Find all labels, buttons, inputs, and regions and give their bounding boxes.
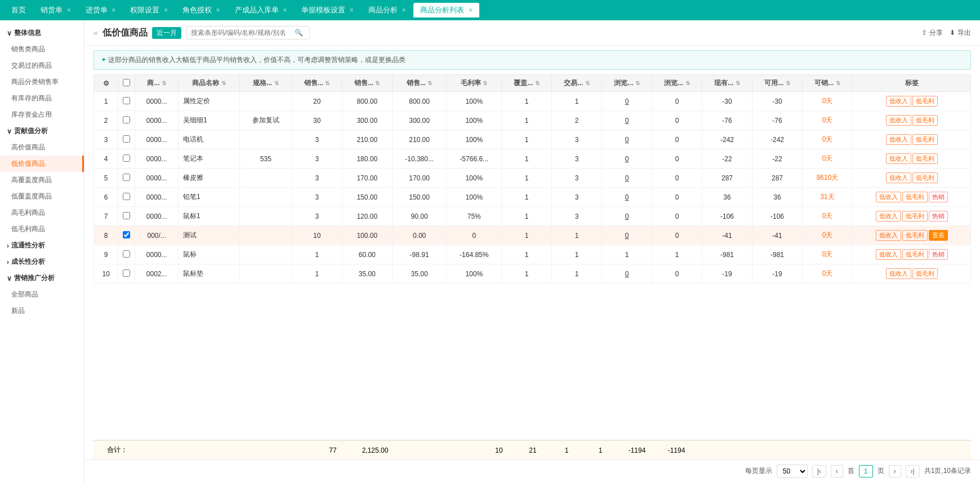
per-page-select[interactable]: 50 100 200: [777, 465, 808, 478]
cell-browse1[interactable]: 1: [602, 245, 652, 264]
col-spec[interactable]: 规格... ⇅: [239, 75, 292, 92]
col-available[interactable]: 可用... ⇅: [752, 75, 803, 92]
cell-browse1[interactable]: 0: [602, 207, 652, 226]
cell-checkbox[interactable]: [118, 130, 135, 149]
cell-checkbox[interactable]: [118, 264, 135, 284]
cell-checkbox[interactable]: [118, 245, 135, 264]
row-checkbox[interactable]: [123, 97, 130, 104]
col-checkbox[interactable]: [118, 75, 135, 92]
tag: 热销: [929, 192, 948, 202]
row-checkbox[interactable]: [123, 212, 130, 219]
current-page[interactable]: 1: [859, 465, 873, 477]
cell-checkbox[interactable]: [118, 226, 135, 245]
cell-browse1[interactable]: 0: [602, 169, 652, 188]
browse1-val[interactable]: 0: [625, 213, 629, 220]
row-checkbox[interactable]: [123, 231, 130, 238]
row-checkbox[interactable]: [123, 135, 130, 143]
cell-checkbox[interactable]: [118, 188, 135, 207]
date-badge[interactable]: 近一月: [152, 27, 181, 39]
sidebar-group-overall[interactable]: ∨整体信息: [0, 25, 84, 41]
row-checkbox[interactable]: [123, 116, 130, 123]
cell-browse1[interactable]: 0: [602, 149, 652, 169]
cell-browse1[interactable]: 0: [602, 264, 652, 284]
nav-analysis[interactable]: 商品分析 ×: [362, 3, 413, 17]
cell-browse1[interactable]: 0: [602, 92, 652, 111]
row-checkbox[interactable]: [123, 193, 130, 200]
row-checkbox[interactable]: [123, 250, 130, 258]
cell-checkbox[interactable]: [118, 149, 135, 169]
browse1-val[interactable]: 0: [625, 136, 629, 144]
col-tags[interactable]: 标签: [853, 75, 971, 92]
sidebar-item-capital[interactable]: 库存资金占用: [0, 107, 84, 123]
sidebar-item-new[interactable]: 新品: [0, 303, 84, 319]
browse1-val[interactable]: 0: [625, 174, 629, 182]
search-box[interactable]: 🔍: [186, 26, 310, 39]
sidebar-group-marketing[interactable]: ∨营销推广分析: [0, 270, 84, 286]
sidebar-item-inventory[interactable]: 有库存的商品: [0, 90, 84, 107]
search-input[interactable]: [191, 29, 292, 37]
cell-browse1[interactable]: 0: [602, 188, 652, 207]
cell-checkbox[interactable]: [118, 92, 135, 111]
browse1-val[interactable]: 0: [625, 117, 629, 125]
row-checkbox[interactable]: [123, 174, 130, 181]
col-coverage[interactable]: 覆盖... ⇅: [502, 75, 552, 92]
browse1-val[interactable]: 0: [625, 193, 629, 201]
browse1-val[interactable]: 0: [625, 232, 629, 240]
sidebar-item-high-margin[interactable]: 高毛利商品: [0, 205, 84, 221]
cell-browse1[interactable]: 0: [602, 111, 652, 130]
cell-checkbox[interactable]: [118, 169, 135, 188]
col-trade[interactable]: 交易... ⇅: [552, 75, 602, 92]
nav-permissions[interactable]: 权限设置 ×: [123, 3, 175, 17]
next-page-btn[interactable]: ›: [889, 465, 901, 477]
sidebar-item-high-coverage[interactable]: 高覆盖度商品: [0, 172, 84, 188]
browse1-val[interactable]: 0: [625, 270, 629, 278]
sidebar-item-category-rate[interactable]: 商品分类销售率: [0, 74, 84, 90]
sidebar-item-sales-products[interactable]: 销售类商品: [0, 41, 84, 58]
row-checkbox[interactable]: [123, 269, 130, 277]
col-saleable[interactable]: 可销... ⇅: [803, 75, 853, 92]
cell-browse1[interactable]: 0: [602, 130, 652, 149]
nav-analysis-list[interactable]: 商品分析列表 ×: [413, 3, 479, 17]
first-page-btn[interactable]: |‹: [812, 465, 826, 477]
export-button[interactable]: ⬇ 导出: [950, 28, 971, 38]
collapse-btn[interactable]: «: [93, 28, 98, 37]
cell-browse1[interactable]: 0: [602, 226, 652, 245]
col-settings[interactable]: ⚙: [94, 75, 118, 92]
col-name[interactable]: 商品名称 ⇅: [178, 75, 239, 92]
nav-purchase[interactable]: 进货单 ×: [79, 3, 123, 17]
nav-roles[interactable]: 角色授权 ×: [176, 3, 227, 17]
col-code[interactable]: 商... ⇅: [135, 75, 179, 92]
browse1-val[interactable]: 0: [625, 155, 629, 163]
sidebar-group-growth[interactable]: ›成长性分析: [0, 254, 84, 270]
sidebar-item-low-value[interactable]: 低价值商品: [0, 156, 84, 172]
sidebar-item-traded[interactable]: 交易过的商品: [0, 58, 84, 74]
share-button[interactable]: ⇪ 分享: [921, 28, 943, 38]
sidebar-group-contribution[interactable]: ∨贡献值分析: [0, 123, 84, 139]
col-sale1[interactable]: 销售... ⇅: [292, 75, 342, 92]
select-all-checkbox[interactable]: [123, 79, 130, 86]
sidebar-item-high-value[interactable]: 高价值商品: [0, 139, 84, 156]
sidebar-item-low-margin[interactable]: 低毛利商品: [0, 221, 84, 237]
cell-checkbox[interactable]: [118, 111, 135, 130]
page-suffix: 页: [877, 466, 884, 476]
col-sale3[interactable]: 销售... ⇅: [392, 75, 447, 92]
cell-spec: [239, 130, 292, 149]
sidebar-group-circulation[interactable]: ›流通性分析: [0, 237, 84, 254]
col-browse1[interactable]: 浏览... ⇅: [602, 75, 652, 92]
nav-templates[interactable]: 单据模板设置 ×: [295, 3, 360, 17]
row-checkbox[interactable]: [123, 154, 130, 162]
table-container[interactable]: ⚙ 商... ⇅ 商品名称 ⇅ 规格... ⇅ 销售... ⇅ 销售... ⇅ …: [84, 74, 980, 440]
last-page-btn[interactable]: ›|: [906, 465, 920, 477]
nav-products[interactable]: 产成品入库单 ×: [228, 3, 294, 17]
cell-checkbox[interactable]: [118, 207, 135, 226]
nav-sales[interactable]: 销货单 ×: [34, 3, 78, 17]
browse1-val[interactable]: 0: [625, 98, 629, 105]
sidebar-item-low-coverage[interactable]: 低覆盖度商品: [0, 188, 84, 205]
col-current[interactable]: 现有... ⇅: [702, 75, 752, 92]
prev-page-btn[interactable]: ‹: [831, 465, 843, 477]
nav-home[interactable]: 首页: [5, 3, 33, 17]
sidebar-item-all-products[interactable]: 全部商品: [0, 286, 84, 303]
col-browse2[interactable]: 浏览... ⇅: [652, 75, 702, 92]
col-margin[interactable]: 毛利率 ⇅: [447, 75, 502, 92]
col-sale2[interactable]: 销售... ⇅: [342, 75, 392, 92]
